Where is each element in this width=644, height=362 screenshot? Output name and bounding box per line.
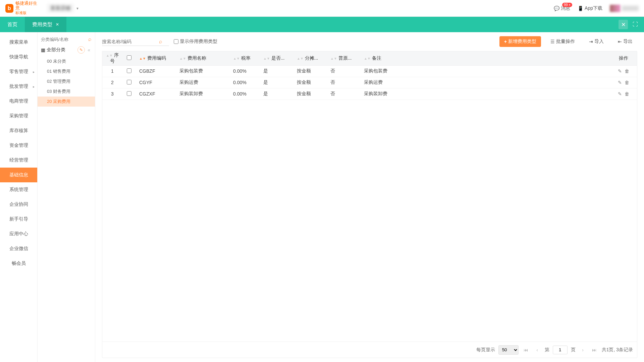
app-download-button[interactable]: 📱 App下载 [578,5,602,11]
app-download-label: App下载 [585,5,602,11]
search-icon[interactable]: ⌕ [159,39,162,45]
table-row: 1CGBZF采购包装费0.00%是按金额否采购包装费✎🗑 [102,65,637,77]
category-root[interactable]: ▦ 全部分类 ✎ « [38,44,95,56]
edit-row-icon[interactable]: ✎ [618,68,622,74]
nav-item[interactable]: 搜索菜单 [0,35,37,50]
col-tax[interactable]: ▲▼税率 [230,51,260,65]
cell-chk [122,77,136,88]
nav-item[interactable]: 企业协同 [0,197,37,212]
col-idx[interactable]: ▲▼序号 [102,51,122,65]
user-menu[interactable] [610,5,639,12]
collapse-panel-icon[interactable]: « [86,47,92,53]
nav-item[interactable]: 电商管理 [0,94,37,109]
table-row: 2CGYF采购运费0.00%是按金额否采购运费✎🗑 [102,77,637,88]
messages-button[interactable]: 💬 消息 99 + [554,5,570,11]
page-suffix: 页 [571,347,576,353]
nav-item[interactable]: 库存核算 [0,123,37,138]
cell-remark: 采购装卸费 [361,88,610,100]
edit-category-icon[interactable]: ✎ [77,46,85,54]
nav-item[interactable]: 畅会员 [0,256,37,271]
nav-item[interactable]: 基础信息 [0,168,37,182]
per-page-select[interactable]: 50 [498,345,519,355]
close-all-tabs-icon[interactable]: ✕ [619,20,628,29]
tab-首页[interactable]: 首页 [0,17,25,32]
toolbar: ⌕ 显示停用费用类型 + 新增费用类型 ☰ 批量操作 ⇥ 导入 ⇤ 导出 [102,32,637,51]
delete-row-icon[interactable]: 🗑 [625,68,629,74]
new-expense-type-button[interactable]: + 新增费用类型 [499,36,541,47]
edit-row-icon[interactable]: ✎ [618,91,622,97]
import-button[interactable]: ⇥ 导入 [584,36,608,47]
batch-ops-button[interactable]: ☰ 批量操作 [546,36,580,47]
category-item[interactable]: 01 销售费用 [38,66,95,76]
mobile-icon: 📱 [578,6,583,11]
col-ops: 操作 [610,51,637,65]
nav-item[interactable]: 批发管理 [0,79,37,94]
cell-code: CGYF [136,77,176,88]
cell-chk [122,65,136,77]
category-item[interactable]: 03 财务费用 [38,86,95,97]
fullscreen-icon[interactable]: ⛶ [631,20,640,29]
cell-alloc: 按金额 [293,77,327,88]
col-alloc[interactable]: ▲▼分摊... [293,51,327,65]
pagination: 每页显示 50 ⏮ ‹ 第 页 › ⏭ 共1页, 3条记录 [102,342,637,358]
page-input[interactable] [553,346,568,354]
nav-item[interactable]: 新手引导 [0,212,37,227]
select-all-checkbox[interactable] [127,55,131,60]
cell-alloc: 按金额 [293,88,327,100]
next-page-icon[interactable]: › [579,346,587,354]
col-remark[interactable]: ▲▼备注 [361,51,610,65]
edit-row-icon[interactable]: ✎ [618,80,622,85]
data-table: ▲▼序号▲▼费用编码▲▼费用名称▲▼税率▲▼是否...▲▼分摊...▲▼普票..… [102,51,637,358]
cell-idx: 3 [102,88,122,100]
table-search-input[interactable] [102,38,159,46]
category-item[interactable]: 02 管理费用 [38,76,95,86]
avatar [610,5,621,12]
category-item[interactable]: 00 未分类 [38,56,95,66]
page-prefix: 第 [545,347,549,353]
new-btn-label: 新增费用类型 [508,39,536,45]
close-icon[interactable]: ✕ [56,22,59,27]
category-item[interactable]: 20 采购费用 [38,97,95,107]
nav-item[interactable]: 应用中心 [0,227,37,241]
batch-btn-label: 批量操作 [556,39,575,45]
row-checkbox[interactable] [127,80,131,84]
delete-row-icon[interactable]: 🗑 [625,80,629,85]
search-icon[interactable]: ⌕ [88,36,92,42]
cell-code: CGBZF [136,65,176,77]
nav-item[interactable]: 资金管理 [0,138,37,153]
nav-item[interactable]: 企业微信 [0,241,37,256]
tab-费用类型[interactable]: 费用类型✕ [25,17,66,32]
sort-icon: ▲▼ [106,54,113,57]
row-checkbox[interactable] [127,91,131,96]
delete-row-icon[interactable]: 🗑 [625,91,629,97]
show-disabled-input[interactable] [174,39,178,44]
show-disabled-checkbox[interactable]: 显示停用费用类型 [174,39,217,45]
batch-icon: ☰ [550,39,555,44]
nav-item[interactable]: 采购管理 [0,109,37,123]
category-search-input[interactable] [41,37,81,42]
nav-item[interactable]: 零售管理 [0,64,37,79]
col-invoice[interactable]: ▲▼普票... [327,51,361,65]
sort-icon: ▲▼ [263,57,270,60]
col-chk[interactable] [122,51,136,65]
main-area: ⌕ 显示停用费用类型 + 新增费用类型 ☰ 批量操作 ⇥ 导入 ⇤ 导出 [95,32,644,362]
nav-item[interactable]: 经营管理 [0,153,37,168]
export-btn-label: 导出 [623,39,633,45]
nav-item[interactable]: 快捷导航 [0,50,37,64]
col-yesno[interactable]: ▲▼是否... [260,51,293,65]
category-root-label: 全部分类 [47,47,65,53]
first-page-icon[interactable]: ⏮ [522,346,530,354]
col-name[interactable]: ▲▼费用名称 [176,51,230,65]
cell-tax: 0.00% [230,88,260,100]
logo-text: 畅捷通好生意 [15,1,39,11]
logo: b 畅捷通好生意 标准版 [5,1,39,16]
export-button[interactable]: ⇤ 导出 [613,36,637,47]
chevron-down-icon[interactable]: ▾ [76,6,78,11]
tab-label: 费用类型 [32,21,52,28]
row-checkbox[interactable] [127,68,131,73]
prev-page-icon[interactable]: ‹ [533,346,541,354]
last-page-icon[interactable]: ⏭ [590,346,598,354]
col-code[interactable]: ▲▼费用编码 [136,51,176,65]
shop-selector[interactable]: 某某店铺 [47,4,74,13]
nav-item[interactable]: 系统管理 [0,182,37,197]
